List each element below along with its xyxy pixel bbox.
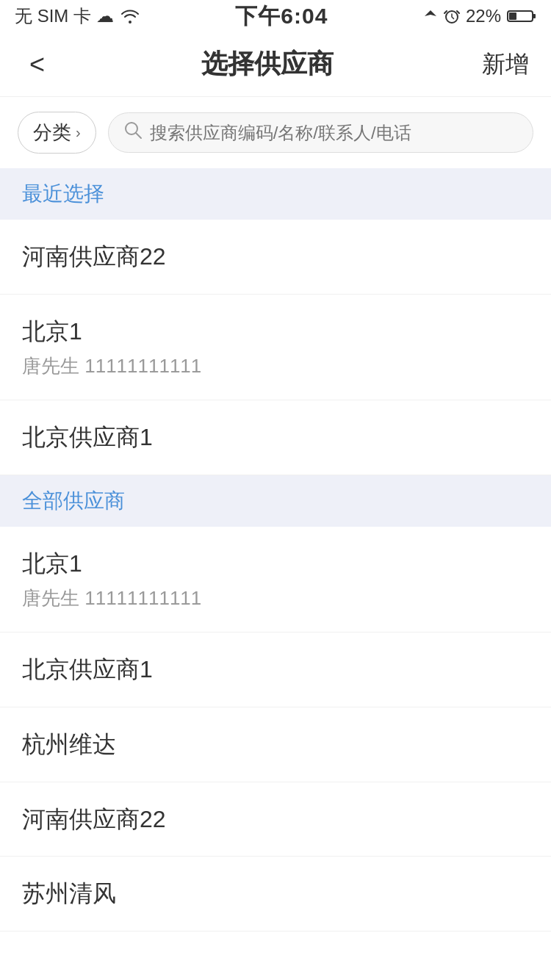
category-label: 分类 bbox=[33, 120, 71, 145]
search-box bbox=[108, 112, 533, 153]
svg-rect-2 bbox=[509, 12, 516, 20]
svg-rect-3 bbox=[533, 14, 536, 18]
list-item[interactable]: 河南供应商22 bbox=[0, 220, 551, 295]
list-item[interactable]: 北京供应商1 bbox=[0, 633, 551, 707]
status-right: 22% bbox=[423, 6, 536, 26]
no-sim-text: 无 SIM 卡 ☁ bbox=[15, 4, 114, 28]
back-button[interactable]: < bbox=[22, 42, 52, 87]
page-title: 选择供应商 bbox=[201, 46, 334, 82]
status-left: 无 SIM 卡 ☁ bbox=[15, 4, 140, 28]
item-name: 北京1 bbox=[22, 547, 529, 580]
list-item[interactable]: 北京1唐先生 11111111111 bbox=[0, 527, 551, 633]
add-button[interactable]: 新增 bbox=[482, 48, 529, 81]
list-item[interactable]: 杭州维达 bbox=[0, 707, 551, 782]
battery-icon bbox=[507, 9, 536, 24]
item-name: 杭州维达 bbox=[22, 728, 529, 761]
recent-items-list: 河南供应商22北京1唐先生 11111111111北京供应商1 bbox=[0, 220, 551, 475]
category-filter-button[interactable]: 分类 › bbox=[18, 112, 96, 154]
item-name: 河南供应商22 bbox=[22, 803, 529, 836]
search-icon bbox=[123, 120, 143, 145]
filter-bar: 分类 › bbox=[0, 97, 551, 168]
item-name: 北京供应商1 bbox=[22, 421, 529, 454]
search-input[interactable] bbox=[150, 123, 518, 143]
status-time: 下午6:04 bbox=[235, 1, 328, 32]
recent-section-header: 最近选择 bbox=[0, 168, 551, 220]
item-name: 河南供应商22 bbox=[22, 240, 529, 273]
item-name: 北京1 bbox=[22, 315, 529, 348]
list-item[interactable]: 河南供应商22 bbox=[0, 782, 551, 857]
all-items-list: 北京1唐先生 11111111111北京供应商1杭州维达河南供应商22苏州清风 bbox=[0, 527, 551, 932]
list-item[interactable]: 北京供应商1 bbox=[0, 400, 551, 475]
item-name: 苏州清风 bbox=[22, 877, 529, 910]
all-section-header: 全部供应商 bbox=[0, 475, 551, 527]
battery-text: 22% bbox=[466, 6, 501, 26]
nav-bar: < 选择供应商 新增 bbox=[0, 32, 551, 97]
item-sub: 唐先生 11111111111 bbox=[22, 353, 529, 379]
item-sub: 唐先生 11111111111 bbox=[22, 585, 529, 611]
list-item[interactable]: 苏州清风 bbox=[0, 857, 551, 932]
item-name: 北京供应商1 bbox=[22, 653, 529, 686]
alarm-icon bbox=[444, 8, 460, 24]
list-item[interactable]: 北京1唐先生 11111111111 bbox=[0, 295, 551, 400]
location-icon bbox=[423, 9, 438, 24]
chevron-right-icon: › bbox=[76, 124, 81, 141]
status-bar: 无 SIM 卡 ☁ 下午6:04 22% bbox=[0, 0, 551, 32]
wifi-icon bbox=[120, 9, 140, 24]
